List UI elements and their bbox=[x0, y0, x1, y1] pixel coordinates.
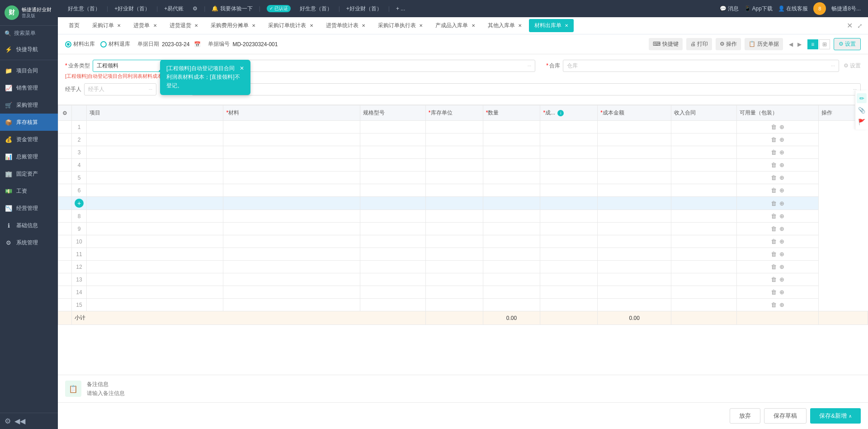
side-tool-attach[interactable]: 📎 bbox=[857, 105, 867, 115]
copy-row-btn[interactable]: ⊕ bbox=[778, 161, 786, 169]
copy-row-btn[interactable]: ⊕ bbox=[778, 186, 786, 195]
header-nav-experience[interactable]: 🔔 我要体验一下 bbox=[209, 3, 255, 14]
delete-row-btn[interactable]: 🗑 bbox=[769, 136, 778, 144]
radio-material-out[interactable]: 材料出库 bbox=[65, 40, 95, 48]
tab-purchase-cost[interactable]: 采购费用分摊单 ✕ bbox=[205, 19, 261, 32]
header-nav-haoshengyi1[interactable]: 好生意（首） bbox=[65, 3, 103, 14]
copy-row-btn[interactable]: ⊕ bbox=[778, 276, 786, 284]
warehouse-input[interactable]: 仓库 ··· bbox=[563, 60, 839, 72]
header-online-service[interactable]: 👤 在线客服 bbox=[778, 5, 808, 13]
view-list-btn[interactable]: ≡ bbox=[807, 39, 818, 49]
handler-input[interactable]: 经手人 ··· bbox=[84, 83, 156, 95]
shortcut-button[interactable]: ⌨ 快捷键 bbox=[649, 38, 682, 50]
tab-close-purchase-in[interactable]: ✕ bbox=[153, 23, 157, 28]
copy-row-btn[interactable]: ⊕ bbox=[778, 123, 786, 131]
delete-row-btn[interactable]: 🗑 bbox=[769, 263, 778, 271]
copy-row-btn[interactable]: ⊕ bbox=[778, 212, 786, 220]
tab-purchase-exec[interactable]: 采购订单执行表 ✕ bbox=[373, 19, 428, 32]
tab-close-purchase-order[interactable]: ✕ bbox=[117, 23, 121, 28]
collapse-icon[interactable]: ◀◀ bbox=[14, 417, 25, 425]
tab-purchase-in[interactable]: 进货单 ✕ bbox=[128, 19, 162, 32]
radio-material-return[interactable]: 材料退库 bbox=[100, 40, 130, 48]
header-nav-yidaizhang[interactable]: +易代账 bbox=[161, 3, 186, 14]
revenue-contract-input[interactable]: 收入合同 ··· bbox=[192, 83, 861, 95]
delete-row-btn[interactable]: 🗑 bbox=[769, 212, 778, 220]
delete-row-btn[interactable]: 🗑 bbox=[769, 148, 778, 157]
copy-row-btn[interactable]: ⊕ bbox=[778, 238, 786, 246]
settings-small-icon[interactable]: ⚙ 设置 bbox=[844, 62, 861, 70]
tab-close-purchase-cost[interactable]: ✕ bbox=[252, 23, 255, 28]
header-app-download[interactable]: 📱 App下载 bbox=[744, 5, 773, 13]
delete-row-btn[interactable]: 🗑 bbox=[769, 250, 778, 258]
copy-row-btn[interactable]: ⊕ bbox=[778, 136, 786, 144]
copy-row-btn[interactable]: ⊕ bbox=[778, 199, 786, 207]
delete-row-btn[interactable]: 🗑 bbox=[769, 186, 778, 195]
header-nav-haoyecai2[interactable]: +好业财（首） bbox=[344, 3, 385, 14]
delete-row-btn[interactable]: 🗑 bbox=[769, 301, 778, 309]
tab-purchase-return[interactable]: 进货退货 ✕ bbox=[164, 19, 203, 32]
tab-product-in[interactable]: 产成品入库单 ✕ bbox=[430, 19, 480, 32]
delete-row-btn[interactable]: 🗑 bbox=[769, 276, 778, 284]
tab-close-product-in[interactable]: ✕ bbox=[472, 23, 475, 28]
tab-close-material-out[interactable]: ✕ bbox=[565, 23, 568, 28]
sidebar-item-assets[interactable]: 🏢 固定资产 bbox=[0, 165, 58, 182]
delete-row-btn[interactable]: 🗑 bbox=[769, 123, 778, 131]
tab-close-purchase-in-stat[interactable]: ✕ bbox=[362, 23, 365, 28]
copy-row-btn[interactable]: ⊕ bbox=[778, 250, 786, 258]
header-nav-haoshengyi2[interactable]: 好生意（首） bbox=[297, 3, 335, 14]
copy-row-btn[interactable]: ⊕ bbox=[778, 148, 786, 157]
tab-close-purchase-stat[interactable]: ✕ bbox=[310, 23, 313, 28]
tab-material-out[interactable]: 材料出库单 ✕ bbox=[529, 19, 574, 32]
save-new-button[interactable]: 保存&新增 ∧ bbox=[810, 408, 861, 424]
table-cell[interactable] bbox=[223, 197, 360, 210]
sidebar-item-search[interactable]: 🔍 搜索菜单 bbox=[0, 26, 58, 41]
header-nav-more[interactable]: + ... bbox=[393, 4, 408, 14]
header-messages[interactable]: 💬 消息 bbox=[720, 5, 739, 13]
header-nav-haoyecai1[interactable]: +好业财（首） bbox=[112, 3, 153, 14]
side-tool-flag[interactable]: 🚩 bbox=[857, 117, 867, 127]
cell-input[interactable] bbox=[90, 199, 220, 207]
copy-row-btn[interactable]: ⊕ bbox=[778, 174, 786, 182]
delete-row-btn[interactable]: 🗑 bbox=[769, 288, 778, 296]
copy-row-btn[interactable]: ⊕ bbox=[778, 263, 786, 271]
tab-home[interactable]: 首页 bbox=[63, 19, 85, 32]
add-row-btn[interactable]: + bbox=[75, 199, 84, 208]
tab-purchase-order[interactable]: 采购订单 ✕ bbox=[87, 19, 126, 32]
header-nav-settings[interactable]: ⚙ bbox=[190, 4, 200, 14]
history-button[interactable]: 📋 历史单据 bbox=[745, 38, 783, 50]
side-tool-edit[interactable]: ✏ bbox=[857, 93, 867, 103]
print-button[interactable]: 🖨 打印 bbox=[686, 38, 712, 50]
sidebar-item-ledger[interactable]: 📊 总账管理 bbox=[0, 148, 58, 165]
delete-row-btn[interactable]: 🗑 bbox=[769, 225, 778, 233]
copy-row-btn[interactable]: ⊕ bbox=[778, 288, 786, 296]
sidebar-item-salary[interactable]: 💵 工资 bbox=[0, 182, 58, 200]
tab-close-other-in[interactable]: ✕ bbox=[518, 23, 522, 28]
delete-row-btn[interactable]: 🗑 bbox=[769, 161, 778, 169]
settings-button[interactable]: ⚙ 设置 bbox=[834, 38, 861, 50]
tab-bar-expand[interactable]: ⤢ bbox=[857, 22, 863, 29]
nav-prev[interactable]: ◀ bbox=[787, 40, 795, 49]
tab-other-in[interactable]: 其他入库单 ✕ bbox=[482, 19, 527, 32]
view-grid-btn[interactable]: ⊞ bbox=[819, 39, 830, 49]
header-nav-verified[interactable]: ✓ 已认证 bbox=[264, 3, 293, 14]
sidebar-item-purchase[interactable]: 🛒 采购管理 bbox=[0, 96, 58, 114]
sidebar-item-basic-info[interactable]: ℹ 基础信息 bbox=[0, 217, 58, 234]
tab-close-purchase-return[interactable]: ✕ bbox=[194, 23, 198, 28]
delete-row-btn[interactable]: 🗑 bbox=[769, 238, 778, 246]
sidebar-item-project-contract[interactable]: 📁 项目合同 bbox=[0, 62, 58, 79]
user-name[interactable]: 畅捷通8号... bbox=[831, 5, 861, 13]
settings-icon[interactable]: ⚙ bbox=[5, 417, 11, 425]
sidebar-item-sales[interactable]: 📈 销售管理 bbox=[0, 79, 58, 96]
tab-bar-close[interactable]: ✕ bbox=[847, 21, 853, 30]
save-draft-button[interactable]: 保存草稿 bbox=[764, 408, 807, 424]
tab-close-purchase-exec[interactable]: ✕ bbox=[419, 23, 423, 28]
sidebar-item-system[interactable]: ⚙ 系统管理 bbox=[0, 234, 58, 251]
tab-purchase-stat[interactable]: 采购订单统计表 ✕ bbox=[263, 19, 318, 32]
sidebar-item-inventory[interactable]: 📦 库存核算 bbox=[0, 114, 58, 131]
delete-row-btn[interactable]: 🗑 bbox=[769, 174, 778, 182]
nav-next[interactable]: ▶ bbox=[795, 40, 804, 49]
sidebar-item-management[interactable]: 📉 经营管理 bbox=[0, 200, 58, 217]
calendar-icon[interactable]: 📅 bbox=[194, 41, 201, 48]
operation-button[interactable]: ⚙ 操作 bbox=[716, 38, 741, 50]
user-avatar[interactable]: 8 bbox=[813, 2, 826, 15]
